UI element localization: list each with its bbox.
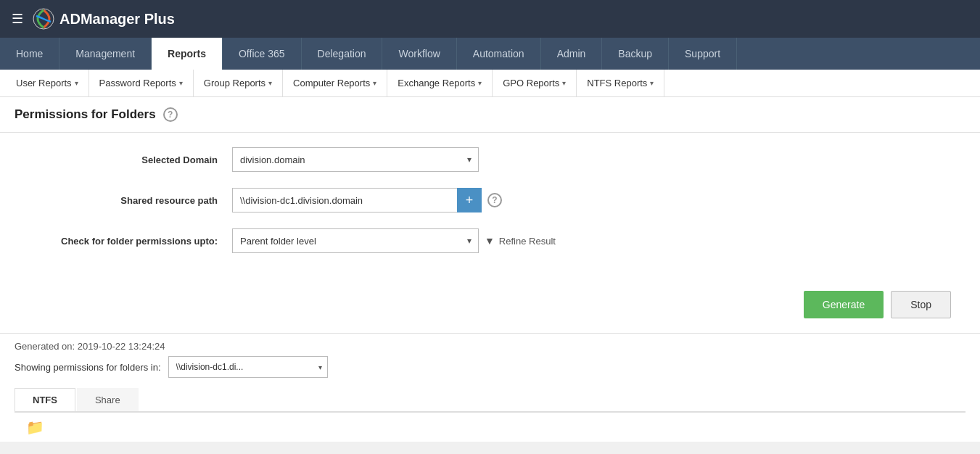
main-content: Permissions for Folders ? Selected Domai… — [0, 97, 980, 442]
subnav-ntfs-reports[interactable]: NTFS Reports ▾ — [577, 70, 664, 96]
app-title: ADManager Plus — [59, 11, 175, 28]
partial-content-row: 📁 — [15, 412, 965, 442]
resource-path-label: Shared resource path — [29, 195, 232, 206]
form-section: Selected Domain division.domain ▾ Shared… — [0, 133, 980, 284]
logo-icon — [32, 7, 55, 30]
password-reports-caret: ▾ — [179, 79, 183, 87]
path-select-wrapper: \\division-dc1.di... ▾ — [168, 356, 328, 378]
help-icon[interactable]: ? — [163, 107, 178, 122]
showing-label: Showing permissions for folders in: — [15, 362, 161, 373]
stop-button[interactable]: Stop — [891, 291, 951, 318]
folder-level-control: Parent folder level ▾ ▼ Refine Result — [232, 228, 556, 253]
nav-item-management[interactable]: Management — [59, 38, 152, 70]
tab-share[interactable]: Share — [77, 388, 139, 411]
nav-item-office365[interactable]: Office 365 — [223, 38, 302, 70]
refine-label: Refine Result — [499, 236, 556, 247]
domain-row: Selected Domain division.domain ▾ — [29, 147, 951, 172]
action-row: Generate Stop — [0, 284, 980, 333]
folder-level-label: Check for folder permissions upto: — [29, 236, 232, 247]
computer-reports-caret: ▾ — [373, 79, 376, 87]
subnav-computer-reports[interactable]: Computer Reports ▾ — [283, 70, 387, 96]
subnav-exchange-reports[interactable]: Exchange Reports ▾ — [387, 70, 493, 96]
folder-level-select-wrapper: Parent folder level ▾ — [232, 228, 479, 253]
app-header: ☰ ADManager Plus — [0, 0, 980, 38]
group-reports-caret: ▾ — [268, 79, 272, 87]
app-logo: ADManager Plus — [32, 7, 175, 30]
nav-item-backup[interactable]: Backup — [602, 38, 669, 70]
subnav-gpo-reports[interactable]: GPO Reports ▾ — [493, 70, 577, 96]
add-path-button[interactable]: + — [457, 188, 482, 212]
showing-row: Showing permissions for folders in: \\di… — [15, 356, 965, 385]
nav-item-delegation[interactable]: Delegation — [302, 38, 383, 70]
page-title-bar: Permissions for Folders ? — [0, 97, 980, 133]
nav-item-home[interactable]: Home — [0, 38, 59, 70]
sub-nav: User Reports ▾ Password Reports ▾ Group … — [0, 70, 980, 97]
domain-control: division.domain ▾ — [232, 147, 479, 172]
subnav-password-reports[interactable]: Password Reports ▾ — [89, 70, 194, 96]
generated-on-value: 2019-10-22 13:24:24 — [78, 341, 165, 352]
resource-help-icon[interactable]: ? — [487, 193, 502, 207]
nav-item-workflow[interactable]: Workflow — [382, 38, 456, 70]
nav-item-reports[interactable]: Reports — [152, 38, 223, 70]
subnav-user-reports[interactable]: User Reports ▾ — [6, 70, 89, 96]
folder-level-select[interactable]: Parent folder level — [232, 228, 479, 253]
filter-icon: ▼ — [485, 235, 495, 247]
domain-select-wrapper: division.domain ▾ — [232, 147, 479, 172]
folder-level-row: Check for folder permissions upto: Paren… — [29, 228, 951, 253]
generate-button[interactable]: Generate — [804, 291, 884, 318]
resource-path-row: Shared resource path + ? — [29, 188, 951, 212]
user-reports-caret: ▾ — [75, 79, 78, 87]
resource-path-input[interactable] — [232, 188, 457, 212]
tabs-bar: NTFS Share — [15, 388, 965, 412]
domain-label: Selected Domain — [29, 154, 232, 165]
resource-path-control: + ? — [232, 188, 502, 212]
tab-ntfs[interactable]: NTFS — [15, 388, 75, 411]
path-select[interactable]: \\division-dc1.di... — [168, 356, 328, 378]
nav-item-automation[interactable]: Automation — [457, 38, 541, 70]
main-nav: Home Management Reports Office 365 Deleg… — [0, 38, 980, 70]
gpo-reports-caret: ▾ — [562, 79, 566, 87]
generated-on-label: Generated on: — [15, 341, 75, 352]
hamburger-icon[interactable]: ☰ — [12, 11, 23, 27]
generated-on: Generated on: 2019-10-22 13:24:24 — [15, 334, 965, 356]
exchange-reports-caret: ▾ — [478, 79, 482, 87]
nav-item-support[interactable]: Support — [669, 38, 737, 70]
refine-result-button[interactable]: ▼ Refine Result — [485, 235, 556, 247]
ntfs-reports-caret: ▾ — [650, 79, 654, 87]
nav-item-admin[interactable]: Admin — [541, 38, 603, 70]
resource-path-input-group: + — [232, 188, 482, 212]
folder-icon: 📁 — [26, 418, 44, 436]
page-title: Permissions for Folders — [15, 107, 156, 122]
results-section: Generated on: 2019-10-22 13:24:24 Showin… — [0, 333, 980, 442]
domain-select[interactable]: division.domain — [232, 147, 479, 172]
subnav-group-reports[interactable]: Group Reports ▾ — [194, 70, 283, 96]
